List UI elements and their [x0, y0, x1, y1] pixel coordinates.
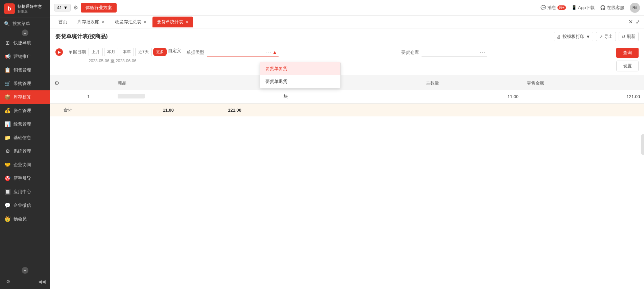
td-index: 1: [64, 90, 114, 103]
warehouse-more-icon[interactable]: ⋯: [480, 48, 486, 56]
td-amount: 121.00: [523, 90, 644, 103]
sidebar-item-xiaoshou[interactable]: 📋 销售管理: [0, 63, 50, 77]
sidebar-item-weixin[interactable]: 💬 企业微信: [0, 199, 50, 212]
mobile-icon: 📱: [571, 5, 577, 10]
table-gear-icon[interactable]: ⚙: [54, 80, 59, 86]
type-arrow-icon[interactable]: ▲: [272, 49, 277, 55]
topbar-left: 41 ▼ ⚙ 体验行业方案: [54, 3, 117, 13]
sidebar-item-kucun[interactable]: 📦 库存核算: [0, 90, 50, 104]
topbar-app-download[interactable]: 📱 App下载: [571, 5, 595, 11]
sidebar-item-label: 应用中心: [14, 189, 31, 195]
sidebar-item-label: 企业微信: [14, 202, 31, 208]
td-product: [114, 90, 280, 103]
message-badge: 99+: [557, 5, 566, 10]
footer-total-label: 合计: [54, 107, 72, 113]
table-row: 1 块 11.00 121.00: [50, 90, 644, 103]
kucun-icon: 📦: [4, 94, 11, 101]
sidebar-item-label: 销售管理: [14, 67, 31, 73]
warehouse-input[interactable]: [423, 50, 480, 55]
print-expand-icon: ▼: [586, 34, 590, 39]
sidebar-item-xinshou[interactable]: 🎯 新手引导: [0, 172, 50, 185]
export-button[interactable]: ↗ 导出: [596, 32, 616, 41]
tab-bar: 首页 库存批次账 ✕ 收发存汇总表 ✕ 要货单统计表 ✕ ✕ ⤢: [50, 16, 644, 28]
caigou-icon: 🛒: [4, 80, 11, 87]
tab-order-stats-close[interactable]: ✕: [185, 20, 189, 24]
td-quantity: 11.00: [422, 90, 523, 103]
print-button[interactable]: 🖨 按模板打印 ▼: [554, 32, 593, 41]
sidebar-item-caigou[interactable]: 🛒 采购管理: [0, 77, 50, 90]
sidebar-item-zijin[interactable]: 💰 资金管理: [0, 104, 50, 117]
user-avatar[interactable]: Rit: [630, 3, 640, 13]
tab-receivables[interactable]: 收发存汇总表 ✕: [111, 17, 151, 27]
sidebar-item-qiye[interactable]: 🤝 企业协同: [0, 158, 50, 172]
th-product: 商品: [114, 76, 280, 90]
store-number: 41: [57, 5, 62, 10]
table-footer: 合计 11.00 121.00: [50, 103, 644, 116]
filter-date-row: 单据日期 上月 本月 本年 近7天 更多 自定义: [68, 48, 181, 56]
message-icon: 💬: [541, 5, 546, 10]
jichu-icon: 📁: [4, 134, 11, 141]
sidebar-settings-icon[interactable]: ⚙: [4, 277, 12, 286]
topbar-gear-icon[interactable]: ⚙: [73, 4, 78, 11]
search-icon: 🔍: [4, 21, 10, 26]
filter-expand-button[interactable]: ▶: [55, 48, 63, 56]
sidebar-item-yingyong[interactable]: 🔲 应用中心: [0, 185, 50, 199]
th-settings: ⚙: [50, 76, 64, 90]
app-label: App下载: [578, 5, 595, 11]
type-more-icon[interactable]: ⋯: [265, 48, 271, 56]
date-btn-7days[interactable]: 近7天: [135, 48, 152, 56]
sidebar-item-label: 基础信息: [14, 135, 31, 141]
tab-inventory[interactable]: 库存批次账 ✕: [73, 17, 109, 27]
footer-amount: 121.00: [201, 108, 241, 113]
sidebar-item-jingying[interactable]: 📊 经营管理: [0, 117, 50, 131]
xinshou-icon: 🎯: [4, 175, 11, 182]
sidebar-item-label: 营销推广: [14, 53, 31, 60]
dropdown-item-yaohuo[interactable]: 要货单要货: [260, 62, 340, 75]
tab-expand-icon[interactable]: ⤢: [636, 19, 640, 25]
tab-close-all-icon[interactable]: ✕: [628, 19, 633, 25]
user-name: Rit: [633, 5, 638, 10]
type-select-input[interactable]: [208, 50, 265, 55]
service-icon: 🎧: [600, 5, 605, 10]
refresh-button[interactable]: ↺ 刷新: [619, 32, 639, 41]
date-btn-last-month[interactable]: 上月: [89, 48, 103, 56]
xitong-icon: ⚙: [4, 148, 11, 155]
filter-type-group: 单据类型 ⋯ ▲: [187, 48, 396, 57]
sidebar-item-jichu[interactable]: 📁 基础信息: [0, 131, 50, 144]
sidebar-nav: ⊞ 快捷导航 📢 营销推广 📋 销售管理 🛒 采购管理 📦 库存核算 💰 资金管…: [0, 36, 50, 267]
page-header: 要货单统计表(按商品) 🖨 按模板打印 ▼ ↗ 导出 ↺ 刷新: [50, 28, 644, 44]
settings-button[interactable]: 设置: [616, 61, 639, 71]
sidebar-item-huiyuan[interactable]: 👑 畅会员: [0, 212, 50, 226]
qiye-icon: 🤝: [4, 161, 11, 168]
tab-order-stats[interactable]: 要货单统计表 ✕: [152, 17, 193, 27]
filter-warehouse-group: 要货仓库 ⋯: [401, 48, 611, 57]
topbar-message[interactable]: 💬 消息 99+: [541, 5, 566, 11]
sidebar-collapse-icon[interactable]: ◀◀: [38, 277, 46, 286]
trial-button[interactable]: 体验行业方案: [81, 3, 117, 13]
product-name-placeholder: [118, 94, 145, 98]
sidebar-item-xitong[interactable]: ⚙ 系统管理: [0, 144, 50, 158]
sidebar-item-label: 经营管理: [14, 121, 31, 127]
right-edge-handle[interactable]: [641, 134, 644, 155]
sidebar-item-kuaijie[interactable]: ⊞ 快捷导航: [0, 36, 50, 50]
footer-quantity: 11.00: [133, 108, 174, 113]
tab-home[interactable]: 首页: [54, 17, 72, 27]
sidebar-item-yingxiao[interactable]: 📢 营销推广: [0, 50, 50, 63]
date-btn-this-year[interactable]: 本年: [120, 48, 134, 56]
sidebar-scroll-down[interactable]: ▼: [22, 267, 28, 274]
custom-label[interactable]: 自定义: [168, 48, 181, 56]
sidebar-scroll-up[interactable]: ▲: [22, 29, 28, 36]
date-btn-this-month[interactable]: 本月: [104, 48, 118, 56]
tab-receivables-close[interactable]: ✕: [143, 20, 147, 24]
filter-bar: ▶ 单据日期 上月 本月 本年 近7天 更多 自定义 2023-05-06 至 …: [50, 44, 644, 75]
page-content: 要货单统计表(按商品) 🖨 按模板打印 ▼ ↗ 导出 ↺ 刷新 ▶: [50, 28, 644, 289]
sidebar-item-label: 畅会员: [14, 216, 27, 222]
store-selector[interactable]: 41 ▼: [54, 4, 71, 12]
query-button[interactable]: 查询: [616, 48, 639, 58]
date-btn-more[interactable]: 更多: [153, 48, 167, 56]
topbar-online-service[interactable]: 🎧 在线客服: [600, 5, 624, 11]
sidebar-search[interactable]: 🔍 搜索菜单: [0, 18, 50, 29]
tab-inventory-close[interactable]: ✕: [101, 20, 105, 24]
th-quantity: 主数量: [422, 76, 523, 90]
dropdown-item-tuihuo[interactable]: 要货单退货: [260, 75, 340, 88]
